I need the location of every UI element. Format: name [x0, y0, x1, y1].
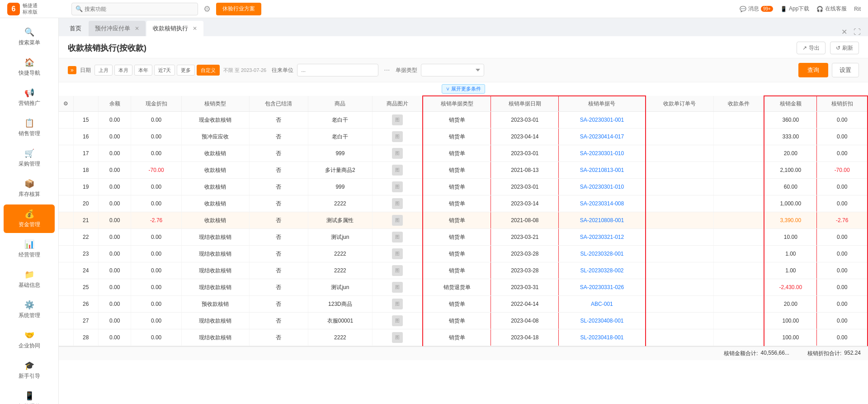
user-name[interactable]: Rit — [854, 6, 861, 12]
sidebar-item-quick-nav[interactable]: 🏠 快捷导航 — [4, 53, 55, 81]
cell-verify-date: 2023-03-01 — [491, 112, 559, 128]
tab-close-all-icon[interactable]: ✕ — [839, 28, 850, 36]
settings-icon[interactable]: ⚙ — [203, 4, 211, 14]
cell-verify-bill-type: 销货单 — [423, 128, 491, 145]
cell-receipt-order-no — [646, 296, 714, 313]
cell-verify-no[interactable]: SL-20230328-001 — [559, 246, 646, 262]
date-this-year[interactable]: 本年 — [134, 65, 152, 76]
query-button[interactable]: 查询 — [798, 63, 828, 77]
filter-expand-arrow[interactable]: » — [68, 66, 76, 74]
cell-balance: 0.00 — [98, 296, 131, 313]
col-balance: 余额 — [98, 96, 131, 112]
sidebar-item-inventory[interactable]: 📦 库存核算 — [4, 174, 55, 203]
cell-verify-no[interactable]: ABC-001 — [559, 296, 646, 313]
table-row: 270.000.00现结收款核销否衣服00001图销货单2023-04-08SL… — [59, 313, 868, 329]
bill-type-select[interactable] — [421, 64, 484, 76]
cell-verify-no[interactable]: SL-20230328-002 — [559, 262, 646, 279]
cell-verify-date: 2023-03-21 — [491, 229, 559, 246]
col-verify-type: 核销类型 — [181, 96, 249, 112]
sidebar-item-marketing[interactable]: 📢 营销推广 — [4, 83, 55, 112]
cell-receipt-order-no — [646, 262, 714, 279]
date-custom[interactable]: 自定义 — [197, 65, 220, 76]
table-row: 220.000.00现结收款核销否测试jun图销货单2023-03-21SA-2… — [59, 229, 868, 246]
date-last-month[interactable]: 上月 — [94, 65, 113, 76]
cell-verify-no[interactable]: SA-20230301-010 — [559, 179, 646, 195]
cell-row-num: 27 — [73, 313, 98, 329]
cell-verify-no[interactable]: SL-20230418-001 — [559, 329, 646, 346]
tab-collection-close[interactable]: ✕ — [193, 25, 197, 32]
search-input[interactable] — [85, 6, 194, 12]
cell-verify-no[interactable]: SA-20210808-001 — [559, 212, 646, 229]
cell-verify-no[interactable]: SA-20230321-012 — [559, 229, 646, 246]
settings-button[interactable]: 设置 — [832, 63, 859, 77]
cell-receipt-order-no — [646, 112, 714, 128]
cell-verify-no[interactable]: SA-20210813-001 — [559, 162, 646, 179]
cell-receipt-terms — [713, 329, 764, 346]
cell-goods-img: 图 — [372, 212, 423, 229]
cell-row-num: 16 — [73, 128, 98, 145]
col-settings[interactable]: ⚙ — [59, 96, 73, 112]
cell-verify-type: 现结收款核销 — [181, 262, 249, 279]
sidebar-item-finance[interactable]: 💰 资金管理 — [4, 204, 55, 233]
tab-home[interactable]: 首页 — [63, 21, 88, 36]
cell-verify-type: 收款核销 — [181, 179, 249, 195]
cell-include-settled: 否 — [249, 329, 308, 346]
cell-verify-no[interactable]: SA-20230414-017 — [559, 128, 646, 145]
cell-include-settled: 否 — [249, 212, 308, 229]
basic-info-icon: 📁 — [24, 270, 34, 280]
col-verify-date: 核销单据日期 — [491, 96, 559, 112]
cell-verify-no[interactable]: SL-20230408-001 — [559, 313, 646, 329]
table-row: 180.00-70.00收款核销否多计量商品2图销货单2021-08-13SA-… — [59, 162, 868, 179]
online-service-btn[interactable]: 🎧 在线客服 — [816, 5, 847, 13]
page-title: 收款核销执行(按收款) — [68, 43, 146, 53]
date-last-7days[interactable]: 近7天 — [154, 65, 175, 76]
col-include-settled: 包含已结清 — [249, 96, 308, 112]
message-btn[interactable]: 💬 消息 99+ — [740, 5, 773, 13]
tab-prepay-close[interactable]: ✕ — [135, 25, 139, 32]
cell-include-settled: 否 — [249, 179, 308, 195]
sidebar-item-basic-info[interactable]: 📁 基础信息 — [4, 265, 55, 294]
date-label: 日期 — [80, 67, 91, 74]
cell-verify-date: 2023-03-31 — [491, 279, 559, 296]
sidebar-item-sales[interactable]: 📋 销售管理 — [4, 114, 55, 142]
filter-bar: » 日期 上月 本月 本年 近7天 更多 自定义 不限 至 2023-07-26… — [59, 58, 868, 82]
smart-hw-icon: 📱 — [24, 391, 34, 401]
tab-collection[interactable]: 收款核销执行 ✕ — [146, 21, 203, 36]
sidebar-item-enterprise[interactable]: 🤝 企业协同 — [4, 326, 55, 354]
sidebar-item-search-menu[interactable]: 🔍 搜索菜单 — [4, 23, 55, 51]
cell-verify-no[interactable]: SA-20230301-001 — [559, 112, 646, 128]
cell-verify-discount: 0.00 — [817, 329, 868, 346]
sidebar-item-purchase[interactable]: 🛒 采购管理 — [4, 144, 55, 172]
partner-input[interactable] — [297, 64, 378, 76]
operation-icon: 📊 — [24, 239, 34, 249]
total-discount-value: 952.24 — [844, 350, 861, 357]
tab-prepay[interactable]: 预付冲应付单 ✕ — [89, 21, 146, 36]
refresh-button[interactable]: ↺ 刷新 — [830, 42, 859, 54]
table-area[interactable]: ⚙ 余额 现金折扣 核销类型 包含已结清 商品 商品图片 核销单据类型 核销单据… — [59, 95, 868, 404]
app-download-btn[interactable]: 📱 App下载 — [780, 5, 809, 13]
sidebar-item-guide[interactable]: 🎓 新手引导 — [4, 356, 55, 385]
cell-verify-no[interactable]: SA-20230331-026 — [559, 279, 646, 296]
date-more[interactable]: 更多 — [177, 65, 195, 76]
expand-conditions-btn[interactable]: ∨ 展开更多条件 — [442, 84, 485, 94]
total-discount-item: 核销折扣合计: 952.24 — [807, 350, 861, 357]
filter-row-bill-type: 单据类型 — [396, 64, 484, 76]
cell-verify-type: 现结收款核销 — [181, 246, 249, 262]
tab-fullscreen-icon[interactable]: ⛶ — [851, 28, 863, 36]
cell-verify-no[interactable]: SA-20230301-010 — [559, 145, 646, 162]
cell-settings — [59, 145, 73, 162]
industry-btn[interactable]: 休验行业方案 — [216, 3, 261, 15]
cell-goods-img: 图 — [372, 145, 423, 162]
sidebar-item-label: 企业协同 — [19, 342, 40, 350]
date-this-month[interactable]: 本月 — [114, 65, 132, 76]
cell-balance: 0.00 — [98, 112, 131, 128]
partner-more-icon[interactable]: ··· — [384, 66, 390, 74]
cell-goods: 老白干 — [308, 112, 372, 128]
top-search-box[interactable]: 🔍 — [71, 3, 198, 15]
sidebar-item-smart-hw[interactable]: 📱 智能硬件 — [4, 386, 55, 404]
sidebar-item-sys-admin[interactable]: ⚙️ 系统管理 — [4, 295, 55, 324]
sidebar-item-operation[interactable]: 📊 经营管理 — [4, 235, 55, 263]
export-button[interactable]: ↗ 导出 — [797, 42, 826, 54]
col-row-num — [73, 96, 98, 112]
cell-verify-no[interactable]: SA-20230314-008 — [559, 195, 646, 212]
